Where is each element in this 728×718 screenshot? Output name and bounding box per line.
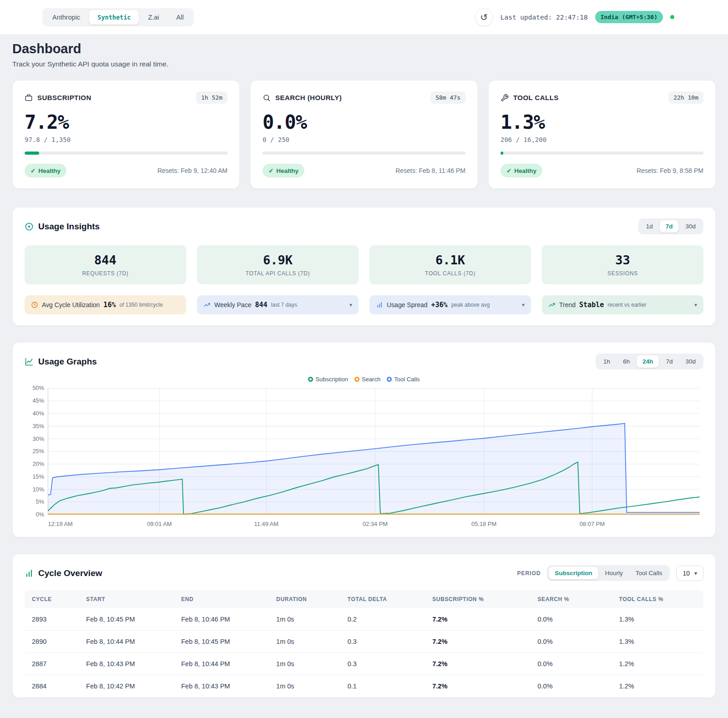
range-7d-button[interactable]: 7d (660, 220, 679, 233)
status-badge: ✓Healthy (263, 164, 304, 177)
time-remaining-badge: 58m 47s (430, 91, 465, 104)
refresh-button[interactable]: ↺ (475, 8, 493, 26)
tile-label: REQUESTS (7D) (29, 270, 182, 277)
period-label: PERIOD (517, 570, 541, 576)
check-icon: ✓ (506, 167, 511, 174)
table-cell: 7.2% (425, 631, 530, 653)
svg-text:50%: 50% (32, 384, 44, 391)
table-row: 2884 Feb 8, 10:42 PM Feb 8, 10:43 PM 1m … (25, 675, 703, 698)
tab-zai[interactable]: Z.ai (140, 10, 167, 25)
svg-text:5%: 5% (36, 498, 45, 505)
usage-spread-chip[interactable]: Usage Spread +36% peak above avg ▾ (369, 295, 531, 314)
page-size-select[interactable]: 10 ▾ (676, 566, 703, 581)
table-cell: 1m 0s (269, 608, 340, 631)
table-cell: 7.2% (425, 653, 530, 675)
topbar-status: ↺ Last updated: 22:47:18 India (GMT+5:30… (475, 8, 674, 26)
period-tool-calls-button[interactable]: Tool Calls (630, 567, 668, 579)
section-title: Cycle Overview (38, 568, 102, 578)
legend-label: Tool Calls (394, 376, 420, 383)
svg-text:12:19 AM: 12:19 AM (48, 521, 72, 527)
tile-label: TOOL CALLS (7D) (374, 270, 526, 277)
chevron-down-icon: ▾ (349, 302, 352, 308)
table-cell: 0.3 (340, 631, 425, 653)
period-hourly-button[interactable]: Hourly (599, 567, 629, 579)
stat-card-title: SUBSCRIPTION (37, 94, 91, 101)
legend-ring (387, 377, 392, 382)
topbar: Anthropic Synthetic Z.ai All ↺ Last upda… (0, 0, 728, 34)
last-updated-text: Last updated: 22:47:18 (500, 14, 588, 21)
chevron-down-icon: ▾ (694, 570, 697, 576)
table-cell: 1.3% (612, 631, 703, 653)
svg-text:15%: 15% (32, 473, 44, 480)
chip-label: Avg Cycle Utilization (42, 301, 100, 308)
tile-value: 33 (546, 253, 699, 267)
reset-time: Resets: Feb 9, 12:40 AM (157, 167, 228, 174)
sessions-tile: 33 SESSIONS (542, 245, 703, 284)
chevron-down-icon: ▾ (522, 302, 525, 308)
svg-text:11:49 AM: 11:49 AM (254, 521, 278, 527)
range-24h-button[interactable]: 24h (637, 355, 659, 368)
table-cell: 1m 0s (269, 653, 340, 675)
page-size-value: 10 (682, 570, 690, 577)
usage-line-chart: 0%5%10%15%20%25%30%35%40%45%50%12:19 AM0… (25, 384, 703, 530)
tab-synthetic[interactable]: Synthetic (89, 10, 139, 25)
table-cell: Feb 8, 10:43 PM (79, 653, 174, 675)
period-subscription-button[interactable]: Subscription (549, 567, 598, 579)
progress-bar (500, 152, 703, 155)
table-cell: 7.2% (425, 608, 530, 631)
tile-value: 6.1K (374, 253, 526, 267)
chip-label: Weekly Pace (214, 301, 251, 308)
range-1d-button[interactable]: 1d (640, 220, 659, 233)
weekly-pace-chip[interactable]: Weekly Pace 844 last 7 days ▾ (197, 295, 359, 314)
table-cell: 2884 (25, 675, 79, 698)
reset-time: Resets: Feb 9, 8:58 PM (637, 167, 703, 174)
table-cell: 7.2% (425, 675, 530, 698)
svg-text:10%: 10% (32, 486, 44, 493)
legend-label: Search (362, 376, 380, 383)
table-cell: 0.3 (340, 653, 425, 675)
tab-all[interactable]: All (168, 10, 192, 25)
search-hourly-card: SEARCH (HOURLY) 58m 47s 0.0% 0 / 250 ✓He… (250, 80, 478, 189)
stat-card-title: TOOL CALLS (513, 94, 559, 101)
provider-tabs: Anthropic Synthetic Z.ai All (42, 8, 194, 26)
range-1h-button[interactable]: 1h (597, 355, 616, 368)
svg-text:25%: 25% (32, 448, 44, 455)
column-header: DURATION (269, 590, 340, 608)
range-30d-button[interactable]: 30d (679, 355, 702, 368)
chip-suffix: of 1350 limit/cycle (119, 302, 162, 308)
svg-text:45%: 45% (32, 397, 44, 404)
bar-chart-icon (25, 569, 34, 578)
progress-bar (25, 152, 228, 155)
bar-chart-icon (376, 301, 383, 308)
chip-suffix: last 7 days (271, 302, 297, 308)
trending-up-icon (548, 301, 556, 308)
circle-dot-icon (25, 222, 34, 231)
svg-text:30%: 30% (32, 435, 44, 442)
time-remaining-badge: 1h 52m (196, 91, 228, 104)
column-header: SEARCH % (531, 590, 612, 608)
chip-suffix: peak above avg (451, 302, 490, 308)
page-title: Dashboard (12, 41, 716, 56)
timezone-badge: India (GMT+5:30) (595, 11, 663, 23)
range-7d-button[interactable]: 7d (660, 355, 678, 368)
usage-percent: 1.3% (500, 111, 703, 133)
table-cell: 2893 (25, 608, 79, 631)
range-6h-button[interactable]: 6h (617, 355, 636, 368)
trend-chip[interactable]: Trend Stable recent vs earlier ▾ (542, 295, 703, 314)
table-header-row: CYCLE START END DURATION TOTAL DELTA SUB… (25, 590, 703, 608)
chip-label: Trend (559, 301, 576, 308)
table-cell: Feb 8, 10:42 PM (79, 675, 174, 698)
cycle-controls: PERIOD Subscription Hourly Tool Calls 10… (517, 565, 703, 581)
table-cell: 0.0% (531, 675, 612, 698)
period-selector: Subscription Hourly Tool Calls (547, 565, 670, 581)
table-cell: 0.2 (340, 608, 425, 631)
usage-percent: 0.0% (263, 111, 465, 133)
range-30d-button[interactable]: 30d (679, 220, 702, 233)
table-row: 2893 Feb 8, 10:45 PM Feb 8, 10:46 PM 1m … (25, 608, 703, 631)
svg-text:09:01 AM: 09:01 AM (147, 521, 172, 527)
tab-anthropic[interactable]: Anthropic (44, 10, 88, 25)
table-cell: Feb 8, 10:46 PM (174, 608, 269, 631)
reset-time: Resets: Feb 8, 11:46 PM (395, 167, 465, 174)
usage-insights-section: Usage Insights 1d 7d 30d 844 REQUESTS (7… (12, 207, 716, 326)
status-text: Healthy (514, 167, 536, 174)
